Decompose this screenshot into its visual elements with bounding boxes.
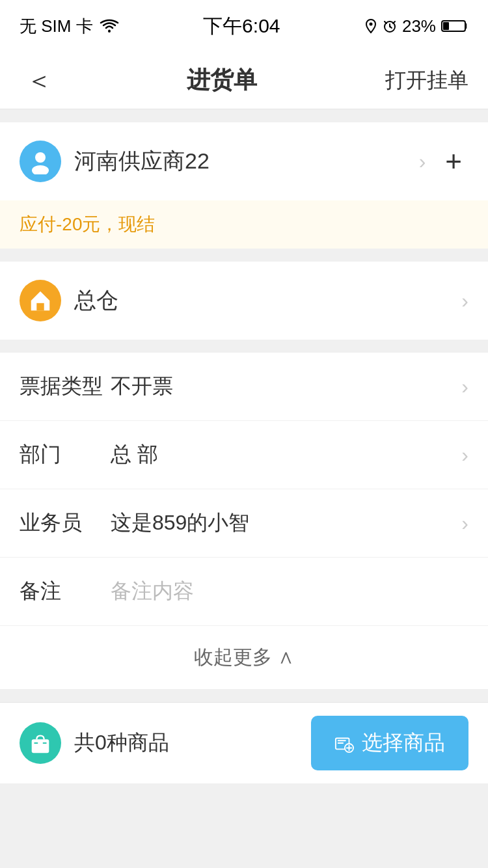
dept-row[interactable]: 部门 总 部 › (0, 420, 488, 489)
invoice-label: 票据类型 (20, 372, 104, 401)
status-right: 23% (364, 16, 468, 36)
battery-icon (441, 19, 468, 33)
section-gap-2 (0, 249, 488, 262)
select-product-button[interactable]: 选择商品 (311, 716, 468, 770)
status-bar: 无 SIM 卡 下午6:04 23% (0, 0, 488, 52)
warehouse-section: 总仓 › (0, 262, 488, 340)
sales-chevron-icon: › (461, 511, 468, 536)
supplier-row[interactable]: 河南供应商22 › + (0, 122, 488, 200)
form-section: 票据类型 不开票 › 部门 总 部 › 业务员 这是859的小智 › 备注 备注… (0, 353, 488, 689)
supplier-avatar (20, 141, 61, 182)
remark-label: 备注 (20, 577, 104, 606)
wifi-icon (100, 19, 119, 33)
warehouse-icon (20, 280, 61, 321)
nav-bar: ＜ 进货单 打开挂单 (0, 52, 488, 109)
sales-value: 这是859的小智 (104, 509, 461, 537)
svg-point-6 (32, 165, 49, 174)
invoice-chevron-icon: › (461, 375, 468, 399)
page-title: 进货单 (187, 64, 257, 96)
shopping-bag-icon (28, 731, 53, 755)
svg-point-1 (369, 23, 372, 26)
dept-value: 总 部 (104, 441, 461, 469)
dept-label: 部门 (20, 441, 104, 469)
warehouse-chevron-icon: › (461, 289, 468, 313)
status-time: 下午6:04 (203, 13, 280, 40)
add-supplier-button[interactable]: + (439, 145, 468, 178)
person-icon (27, 148, 53, 174)
bottom-bar: 共0种商品 选择商品 (0, 702, 488, 783)
svg-point-0 (108, 30, 111, 33)
supplier-chevron-icon: › (419, 150, 426, 174)
section-gap-4 (0, 689, 488, 702)
collapse-button[interactable]: 收起更多 ∧ (0, 625, 488, 689)
svg-point-5 (35, 152, 46, 163)
warehouse-row[interactable]: 总仓 › (0, 262, 488, 340)
sales-label: 业务员 (20, 509, 104, 537)
location-icon (364, 18, 377, 34)
svg-rect-7 (36, 303, 44, 310)
open-pending-button[interactable]: 打开挂单 (385, 66, 468, 95)
house-icon (28, 288, 53, 313)
invoice-value: 不开票 (104, 372, 461, 401)
supplier-name: 河南供应商22 (74, 146, 419, 176)
product-icon-wrap (20, 722, 61, 764)
remark-input[interactable]: 备注内容 (104, 577, 468, 606)
alarm-icon (383, 18, 397, 34)
svg-rect-4 (443, 22, 449, 30)
page-rest (0, 783, 488, 868)
sales-row[interactable]: 业务员 这是859的小智 › (0, 489, 488, 557)
remark-row[interactable]: 备注 备注内容 (0, 557, 488, 625)
section-gap-1 (0, 109, 488, 122)
product-count: 共0种商品 (74, 729, 311, 757)
dept-chevron-icon: › (461, 443, 468, 467)
invoice-row[interactable]: 票据类型 不开票 › (0, 353, 488, 420)
supplier-section: 河南供应商22 › + 应付-20元，现结 (0, 122, 488, 249)
notice-bar: 应付-20元，现结 (0, 200, 488, 249)
warehouse-name: 总仓 (74, 286, 461, 316)
status-carrier: 无 SIM 卡 (20, 15, 119, 38)
svg-rect-8 (32, 739, 49, 753)
add-product-icon (334, 733, 354, 753)
section-gap-3 (0, 340, 488, 353)
back-button[interactable]: ＜ (20, 56, 59, 105)
